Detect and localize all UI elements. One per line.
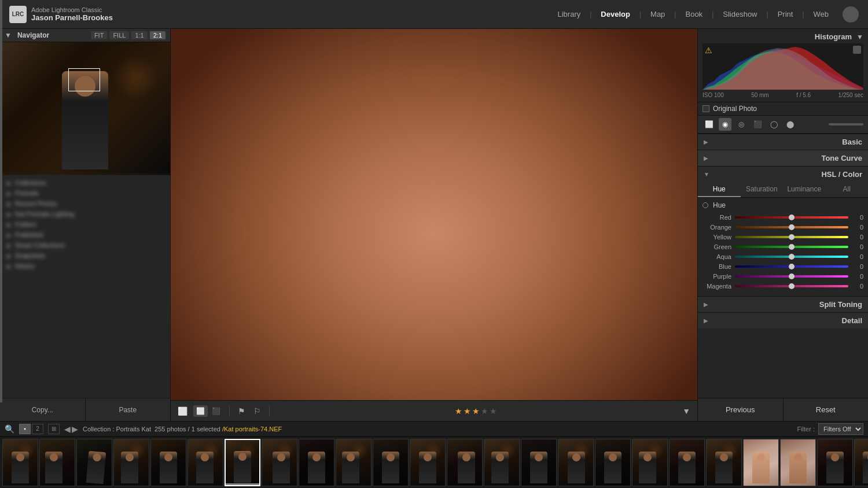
reset-button[interactable]: Reset bbox=[784, 398, 869, 421]
zoom-2to1-btn[interactable]: 2:1 bbox=[150, 31, 165, 39]
thumb-10[interactable] bbox=[336, 439, 372, 486]
thumb-24[interactable] bbox=[854, 439, 868, 486]
thumb-3[interactable] bbox=[76, 439, 112, 486]
radial-tool-btn[interactable]: ◯ bbox=[767, 118, 780, 131]
magenta-thumb[interactable] bbox=[789, 283, 795, 289]
aqua-thumb[interactable] bbox=[789, 254, 795, 260]
folder-item[interactable]: ▶ Smart Collections bbox=[0, 240, 170, 250]
thumb-19[interactable] bbox=[669, 439, 705, 486]
thumb-8[interactable] bbox=[262, 439, 297, 486]
detail-panel-header[interactable]: ▶ Detail bbox=[698, 312, 868, 328]
thumb-11[interactable] bbox=[373, 439, 409, 486]
star-3[interactable]: ★ bbox=[472, 406, 480, 416]
nav-slideshow[interactable]: Slideshow bbox=[716, 8, 764, 21]
slider-control[interactable] bbox=[829, 123, 863, 125]
grid-view-btn[interactable]: ⊞ bbox=[48, 424, 60, 434]
flag-btn[interactable]: ⚑ bbox=[236, 404, 248, 418]
blue-slider[interactable] bbox=[735, 265, 848, 268]
orange-thumb[interactable] bbox=[789, 224, 795, 230]
purple-thumb[interactable] bbox=[789, 273, 795, 279]
thumb-2[interactable] bbox=[39, 439, 75, 486]
original-photo-checkbox[interactable] bbox=[703, 105, 709, 112]
next-photo-btn[interactable]: ▶ bbox=[72, 424, 78, 434]
thumb-21[interactable] bbox=[743, 439, 779, 486]
zoom-fill-btn[interactable]: FILL bbox=[109, 31, 129, 39]
user-avatar[interactable] bbox=[843, 6, 859, 23]
single-view-btn[interactable]: ▪ bbox=[19, 424, 31, 434]
prev-photo-btn[interactable]: ◀ bbox=[64, 424, 71, 434]
gradient-tool-btn[interactable]: ⬛ bbox=[751, 118, 764, 131]
folder-item[interactable]: ▶ Folders bbox=[0, 219, 170, 230]
purple-slider[interactable] bbox=[735, 275, 848, 278]
basic-panel-header[interactable]: ▶ Basic bbox=[698, 134, 868, 150]
view-loupe-btn[interactable]: ⬜ bbox=[193, 405, 208, 417]
crop-tool-btn[interactable]: ⬜ bbox=[703, 118, 715, 131]
previous-button[interactable]: Previous bbox=[698, 398, 784, 421]
navigator-collapse-icon[interactable]: ▼ bbox=[5, 31, 12, 39]
thumb-16[interactable] bbox=[558, 439, 594, 486]
folder-item[interactable]: ▶ History bbox=[0, 261, 170, 271]
copy-button[interactable]: Copy... bbox=[0, 398, 86, 421]
zoom-1to1-btn[interactable]: 1:1 bbox=[131, 31, 147, 39]
nav-book[interactable]: Book bbox=[678, 8, 709, 21]
star-5[interactable]: ★ bbox=[490, 406, 497, 416]
reject-btn[interactable]: ⚐ bbox=[251, 404, 263, 418]
folder-item[interactable]: ▶ Snapshots bbox=[0, 250, 170, 261]
green-thumb[interactable] bbox=[789, 244, 795, 250]
orange-slider[interactable] bbox=[735, 226, 848, 228]
nav-library[interactable]: Library bbox=[550, 8, 587, 21]
histogram-collapse-btn[interactable]: ▼ bbox=[856, 33, 863, 41]
nav-web[interactable]: Web bbox=[807, 8, 836, 21]
thumb-22[interactable] bbox=[780, 439, 816, 486]
main-image-area[interactable] bbox=[171, 29, 697, 400]
folder-item[interactable]: ▶ Portraits bbox=[0, 188, 170, 198]
star-1[interactable]: ★ bbox=[455, 406, 462, 416]
nav-map[interactable]: Map bbox=[643, 8, 672, 21]
view-single-btn[interactable]: ⬜ bbox=[175, 404, 190, 418]
red-slider[interactable] bbox=[735, 216, 848, 219]
green-slider[interactable] bbox=[735, 246, 848, 248]
navigator-preview[interactable] bbox=[0, 42, 170, 175]
filter-dropdown[interactable]: Filters Off Flagged Rated Labeled bbox=[818, 423, 863, 435]
thumb-13[interactable] bbox=[447, 439, 483, 486]
yellow-thumb[interactable] bbox=[789, 234, 795, 240]
blue-thumb[interactable] bbox=[789, 264, 795, 269]
folder-item[interactable]: ▶ Kat Portraits Lighting bbox=[0, 209, 170, 219]
grid-2-btn[interactable]: 2 bbox=[32, 424, 43, 434]
more-options-btn[interactable]: ▼ bbox=[680, 404, 693, 418]
hsl-panel-header[interactable]: ▼ HSL / Color bbox=[698, 166, 868, 182]
thumb-15[interactable] bbox=[521, 439, 557, 486]
thumb-12[interactable] bbox=[410, 439, 446, 486]
zoom-icon[interactable]: 🔍 bbox=[5, 424, 14, 434]
thumb-23[interactable] bbox=[817, 439, 853, 486]
heal-tool-btn[interactable]: ◉ bbox=[719, 118, 731, 131]
folder-item[interactable]: ▶ Recent Photos bbox=[0, 198, 170, 209]
thumb-14[interactable] bbox=[484, 439, 520, 486]
thumb-5[interactable] bbox=[150, 439, 186, 486]
redye-tool-btn[interactable]: ◎ bbox=[735, 118, 748, 131]
thumb-7-selected[interactable] bbox=[225, 439, 260, 486]
star-4[interactable]: ★ bbox=[481, 406, 488, 416]
aqua-slider[interactable] bbox=[735, 256, 848, 258]
split-toning-panel-header[interactable]: ▶ Split Toning bbox=[698, 296, 868, 312]
tone-curve-panel-header[interactable]: ▶ Tone Curve bbox=[698, 150, 868, 166]
nav-develop[interactable]: Develop bbox=[594, 8, 637, 21]
hsl-tab-all[interactable]: All bbox=[826, 182, 869, 197]
star-2[interactable]: ★ bbox=[464, 406, 471, 416]
histogram-clip-indicator[interactable] bbox=[853, 46, 861, 54]
hsl-tab-hue[interactable]: Hue bbox=[698, 182, 741, 197]
thumb-18[interactable] bbox=[632, 439, 668, 486]
thumb-1[interactable] bbox=[2, 439, 38, 486]
zoom-fit-btn[interactable]: FIT bbox=[91, 31, 108, 39]
hsl-tab-saturation[interactable]: Saturation bbox=[741, 182, 784, 197]
nav-print[interactable]: Print bbox=[771, 8, 800, 21]
thumb-6[interactable] bbox=[187, 439, 223, 486]
magenta-slider[interactable] bbox=[735, 285, 848, 287]
yellow-slider[interactable] bbox=[735, 236, 848, 238]
thumb-9[interactable] bbox=[299, 439, 334, 486]
brush-tool-btn[interactable]: ⬤ bbox=[784, 118, 796, 131]
thumb-20[interactable] bbox=[706, 439, 742, 486]
paste-button[interactable]: Paste bbox=[86, 398, 171, 421]
folder-item[interactable]: ▶ Collections bbox=[0, 178, 170, 188]
folder-item[interactable]: ▶ Published bbox=[0, 230, 170, 240]
